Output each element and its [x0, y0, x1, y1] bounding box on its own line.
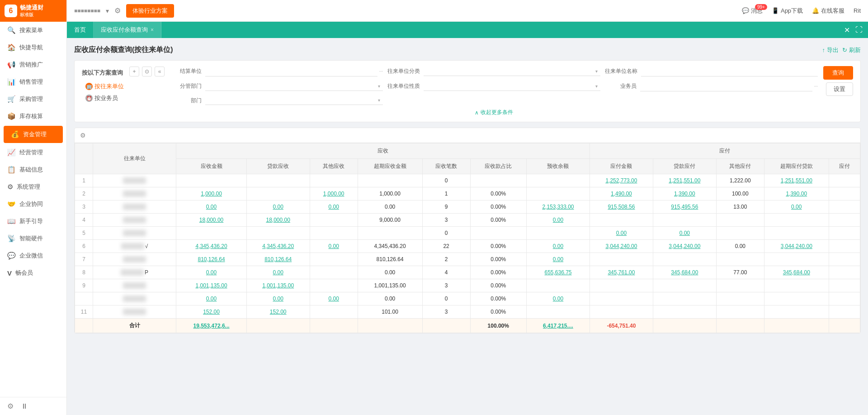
sidebar-item-sales[interactable]: 📊 销售管理	[0, 73, 66, 91]
total-pre-balance[interactable]: 6,417,215....	[527, 319, 590, 333]
settlement-unit-input[interactable]: ···	[205, 66, 383, 76]
pay-overdue[interactable]: 0.00	[764, 200, 829, 214]
tab-home[interactable]: 首页	[67, 22, 94, 38]
pre-balance[interactable]: 0.00	[527, 292, 590, 305]
sidebar-item-wechat[interactable]: 💬 企业微信	[0, 247, 66, 264]
rec-loan[interactable]: 810,126.64	[246, 253, 310, 266]
pre-balance[interactable]: 0.00	[527, 240, 590, 253]
rec-amt[interactable]: 18,000.00	[176, 214, 246, 227]
pay-amt[interactable]: 1,252,773.00	[590, 174, 653, 187]
sidebar-item-quick-nav[interactable]: 🏠 快捷导航	[0, 39, 66, 56]
pay-loan[interactable]: 1,390.00	[653, 187, 716, 200]
pay-loan[interactable]: 0.00	[653, 227, 716, 240]
filter-settings-btn[interactable]: ⊙	[142, 67, 152, 76]
filter-nav-by-partner[interactable]: 🏢 按往来单位	[82, 81, 165, 92]
dept-manager-select[interactable]: ▾	[205, 82, 383, 91]
pay-amt[interactable]: 915,508.56	[590, 200, 653, 214]
partner-nature-select[interactable]: ▾	[424, 82, 600, 91]
header-settings-icon[interactable]: ⚙	[114, 6, 121, 15]
rec-loan[interactable]: 0.00	[246, 200, 310, 214]
tab-expand-icon[interactable]: ⛶	[855, 26, 863, 34]
pay-overdue[interactable]: 1,251,551.00	[764, 174, 829, 187]
rec-amt[interactable]: 0.00	[176, 200, 246, 214]
filter-add-btn[interactable]: +	[129, 67, 139, 76]
rec-loan[interactable]: 152.00	[246, 305, 310, 319]
pay-loan[interactable]: 915,495.56	[653, 200, 716, 214]
pay-extra	[829, 174, 860, 187]
user-info[interactable]: Rit	[854, 7, 861, 14]
online-support-button[interactable]: 🔔 在线客服	[812, 7, 844, 15]
rec-loan[interactable]: 18,000.00	[246, 214, 310, 227]
sidebar-item-guide[interactable]: 📖 新手引导	[0, 213, 66, 230]
pay-loan[interactable]: 1,251,551.00	[653, 174, 716, 187]
tab-close-window-icon[interactable]: ✕	[844, 26, 850, 34]
rec-loan[interactable]: 0.00	[246, 292, 310, 305]
sidebar-item-enterprise[interactable]: 🤝 企业协同	[0, 196, 66, 213]
partner-category-select[interactable]: ▾	[424, 67, 600, 76]
filter-collapse-btn[interactable]: «	[155, 67, 165, 76]
sidebar-item-basic-info[interactable]: 📋 基础信息	[0, 161, 66, 178]
sidebar-item-hardware[interactable]: 📡 智能硬件	[0, 230, 66, 247]
rec-other[interactable]: 0.00	[310, 240, 358, 253]
sidebar-item-operation[interactable]: 📈 经营管理	[0, 144, 66, 161]
sidebar-item-purchase[interactable]: 🛒 采购管理	[0, 91, 66, 108]
query-button[interactable]: 查询	[823, 66, 853, 80]
rec-amt[interactable]: 0.00	[176, 292, 246, 305]
rec-other[interactable]: 0.00	[310, 292, 358, 305]
rec-amt[interactable]: 0.00	[176, 266, 246, 279]
promo-button[interactable]: 体验行业方案	[126, 4, 174, 18]
settings-button[interactable]: 设置	[826, 82, 853, 96]
sidebar-item-inventory[interactable]: 📦 库存核算	[0, 108, 66, 125]
pre-balance[interactable]: 2,153,333.00	[527, 200, 590, 214]
pay-loan[interactable]: 3,044,240.00	[653, 240, 716, 253]
table-settings-icon[interactable]: ⚙	[80, 132, 86, 139]
salesman-dots[interactable]: ···	[814, 84, 818, 89]
rec-loan[interactable]: 4,345,436.20	[246, 240, 310, 253]
message-button[interactable]: 💬 消息 99+	[742, 7, 763, 15]
refresh-button[interactable]: ↻ 刷新	[842, 46, 861, 54]
pay-overdue[interactable]: 1,390.00	[764, 187, 829, 200]
sidebar-item-search[interactable]: 🔍 搜索菜单	[0, 22, 66, 39]
rec-amt[interactable]: 1,000.00	[176, 187, 246, 200]
rec-amt[interactable]: 810,126.64	[176, 253, 246, 266]
pay-amt[interactable]: 3,044,240.00	[590, 240, 653, 253]
rec-amt[interactable]: 152.00	[176, 305, 246, 319]
pay-amt[interactable]: 1,490.00	[590, 187, 653, 200]
app-download-button[interactable]: 📱 App下载	[772, 7, 803, 15]
rec-amt[interactable]: 4,345,436.20	[176, 240, 246, 253]
salesman-field[interactable]	[640, 81, 812, 91]
download-icon: 📱	[772, 7, 779, 14]
rec-other[interactable]: 1,000.00	[310, 187, 358, 200]
rec-loan[interactable]: 0.00	[246, 266, 310, 279]
tab-current[interactable]: 应收应付余额查询 ×	[94, 22, 161, 38]
pre-balance[interactable]: 0.00	[527, 253, 590, 266]
settlement-unit-dots[interactable]: ···	[379, 69, 383, 74]
sidebar-item-member[interactable]: V 畅会员	[0, 264, 66, 281]
sidebar-item-system[interactable]: ⚙ 系统管理	[0, 178, 66, 196]
total-rec-amt[interactable]: 19,553,472,6...	[176, 319, 246, 333]
filter-nav-by-salesman[interactable]: ⏰ 按业务员	[82, 92, 165, 104]
pay-overdue[interactable]: 345,684.00	[764, 266, 829, 279]
collapse-filter-btn[interactable]: ∧ 收起更多条件	[170, 109, 818, 116]
pre-balance[interactable]: 655,636.75	[527, 266, 590, 279]
breadcrumb-dropdown[interactable]: ▾	[106, 7, 109, 14]
sidebar-item-marketing[interactable]: 📢 营销推广	[0, 56, 66, 73]
rec-other[interactable]: 0.00	[310, 200, 358, 214]
pay-amt[interactable]: 345,761.00	[590, 266, 653, 279]
pre-balance[interactable]: 0.00	[527, 214, 590, 227]
rec-loan[interactable]: 1,001,135.00	[246, 279, 310, 292]
pay-overdue[interactable]: 3,044,240.00	[764, 240, 829, 253]
settings-bottom-icon[interactable]: ⚙	[7, 402, 14, 410]
export-button[interactable]: ↑ 导出	[822, 46, 839, 54]
pay-amt[interactable]: 0.00	[590, 227, 653, 240]
salesman-input[interactable]: ···	[640, 81, 818, 91]
sidebar-item-finance[interactable]: 💰 资金管理	[4, 126, 63, 143]
dept-select[interactable]: ▾	[205, 96, 383, 105]
collapse-sidebar-icon[interactable]: ⏸	[21, 402, 28, 410]
partner-name-field[interactable]	[641, 66, 818, 76]
guide-icon: 📖	[7, 217, 16, 225]
rec-amt[interactable]: 1,001,135.00	[176, 279, 246, 292]
settlement-unit-field[interactable]	[205, 66, 377, 76]
tab-close-icon[interactable]: ×	[151, 27, 154, 33]
pay-loan[interactable]: 345,684.00	[653, 266, 716, 279]
